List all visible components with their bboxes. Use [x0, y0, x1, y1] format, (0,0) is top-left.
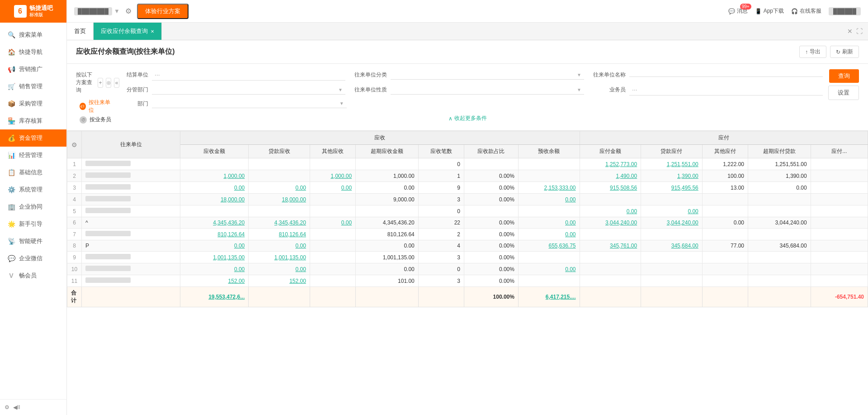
settlement-unit-input[interactable]: ···: [152, 69, 345, 81]
sidebar: 6 畅捷通吧 标准版 🔍 搜索菜单 🏠 快捷导航 📢 营销推广 🛒 销售管理 📦…: [0, 0, 67, 415]
partner-name-label: 往来单位名称: [590, 71, 626, 79]
sidebar-item-inventory[interactable]: 🏪 库存核算: [0, 112, 66, 129]
department-label: 部门: [112, 100, 148, 108]
sidebar-item-operations[interactable]: 📊 经营管理: [0, 147, 66, 164]
sidebar-item-enterprise[interactable]: 🏢 企业协同: [0, 198, 66, 215]
scheme-by-salesperson[interactable]: ⏱ 按业务员: [80, 116, 112, 124]
tab-ar-ap[interactable]: 应收应付余额查询 ✕: [94, 23, 162, 40]
tab-actions: ✕ ⛶: [842, 28, 868, 35]
table-row: 7810,126.64810,126.64810,126.6420.00%0.0…: [67, 229, 868, 240]
app-name: 畅捷通吧: [29, 5, 53, 12]
filter-row-3: 部门 ▼: [112, 99, 823, 108]
page-title: 应收应付余额查询(按往来单位): [76, 47, 175, 57]
sidebar-item-system[interactable]: ⚙️ 系统管理: [0, 181, 66, 198]
partner-cell: ^: [82, 217, 180, 229]
col-ar-loan: 贷款应收: [249, 145, 310, 158]
promo-button[interactable]: 体验行业方案: [137, 4, 189, 19]
system-icon: ⚙️: [7, 186, 15, 193]
footer-ar-amount[interactable]: 19,553,472,6...: [180, 287, 249, 307]
filter-add-button[interactable]: +: [98, 78, 103, 88]
basic-icon: 📋: [7, 169, 15, 176]
partner-cell: P: [82, 240, 180, 252]
col-ar-overdue: 超期应收金额: [356, 145, 419, 158]
close-window-icon[interactable]: ✕: [847, 28, 853, 35]
table-row: 30.000.000.000.0090.00%2,153,333.00915,5…: [67, 182, 868, 194]
setting-button[interactable]: 设置: [828, 86, 859, 100]
sidebar-item-member[interactable]: V 畅会员: [0, 267, 66, 284]
table-footer-row: 合计 19,553,472,6... 100.00% 6,417,215....…: [67, 287, 868, 307]
export-button[interactable]: ↑ 导出: [799, 46, 826, 58]
salesperson-input[interactable]: ···: [629, 84, 823, 95]
department-input[interactable]: ▼: [152, 99, 347, 108]
col-ap-amount: 应付金额: [580, 145, 641, 158]
user-menu[interactable]: ██████: [829, 8, 861, 14]
operations-icon: 📊: [7, 152, 15, 159]
partner-nature-input[interactable]: ▼: [391, 86, 584, 95]
gear-settings-icon[interactable]: ⚙: [125, 7, 132, 15]
partner-cell: [82, 158, 180, 170]
partner-cell: [82, 170, 180, 182]
footer-collapse-icon[interactable]: ◀II: [13, 404, 20, 410]
dropdown-icon: ▼: [577, 87, 581, 92]
sidebar-item-finance[interactable]: 💰 资金管理: [0, 129, 66, 147]
footer-ap-overdue: [748, 287, 811, 307]
guide-icon: 🌟: [7, 220, 15, 228]
dept-label: 分管部门: [112, 86, 148, 94]
filter-row-2: 分管部门 ▼ 往来单位性质 ▼ 业务员: [112, 84, 823, 95]
online-service-button[interactable]: 🎧 在线客服: [791, 7, 821, 15]
tab-close-icon[interactable]: ✕: [151, 29, 154, 34]
sidebar-menu: 🔍 搜索菜单 🏠 快捷导航 📢 营销推广 🛒 销售管理 📦 采购管理 🏪 库存核…: [0, 23, 66, 399]
filter-partner-nature: 往来单位性质 ▼: [351, 86, 584, 95]
download-icon: 📱: [755, 8, 762, 14]
company-selector[interactable]: ████████ ▼: [74, 7, 120, 15]
filter-target-button[interactable]: ◎: [106, 78, 111, 88]
table-row: 8P0.000.000.0040.00%655,636.75345,761.00…: [67, 240, 868, 252]
scheme-by-partner[interactable]: 🏷 按往来单位: [80, 99, 112, 114]
footer-settings-icon[interactable]: ⚙: [5, 404, 9, 410]
maximize-icon[interactable]: ⛶: [856, 28, 863, 35]
sidebar-item-quick-nav[interactable]: 🏠 快捷导航: [0, 43, 66, 61]
table-settings-col[interactable]: ⚙: [67, 131, 82, 158]
messages-button[interactable]: 💬 消息 99+: [728, 7, 748, 15]
settlement-unit-label: 结算单位: [112, 71, 148, 79]
filter-partner-category: 往来单位分类 ▼: [351, 71, 584, 80]
footer-ap-other: [702, 287, 748, 307]
sidebar-item-purchase[interactable]: 📦 采购管理: [0, 95, 66, 112]
sidebar-item-sales[interactable]: 🛒 销售管理: [0, 78, 66, 95]
filter-department: 部门 ▼: [112, 99, 347, 108]
sidebar-item-search[interactable]: 🔍 搜索菜单: [0, 26, 66, 43]
partner-cell: [82, 194, 180, 205]
partner-name-input[interactable]: [629, 73, 823, 77]
purchase-icon: 📦: [7, 100, 15, 107]
collapse-filter-button[interactable]: ∧ 收起更多条件: [112, 112, 823, 125]
app-download-button[interactable]: 📱 App下载: [755, 7, 784, 15]
sidebar-item-marketing[interactable]: 📢 营销推广: [0, 61, 66, 78]
sidebar-item-guide[interactable]: 🌟 新手引导: [0, 215, 66, 233]
table-row: 6^4,345,436.204,345,436.200.004,345,436.…: [67, 217, 868, 229]
sidebar-item-label: 基础信息: [19, 168, 42, 176]
tab-home-label: 首页: [74, 27, 86, 35]
footer-ar-advance[interactable]: 6,417,215....: [518, 287, 580, 307]
tab-bar: 首页 应收应付余额查询 ✕ ✕ ⛶: [67, 23, 868, 40]
user-avatar: ██████: [829, 7, 861, 15]
sidebar-item-label: 快捷导航: [19, 48, 42, 56]
col-ap-overdue: 超期应付贷款: [748, 145, 811, 158]
table-gear-icon[interactable]: ⚙: [71, 141, 77, 148]
footer-label-cell: 合计: [67, 287, 82, 307]
logo-icon: 6: [14, 5, 27, 18]
sidebar-item-label: 企业协同: [19, 203, 42, 211]
query-button[interactable]: 查询: [829, 69, 859, 83]
sidebar-item-hardware[interactable]: 📡 智能硬件: [0, 233, 66, 250]
dept-input[interactable]: ▼: [152, 86, 345, 95]
message-icon: 💬: [728, 8, 735, 14]
sidebar-item-wechat[interactable]: 💬 企业微信: [0, 250, 66, 267]
tab-home[interactable]: 首页: [67, 23, 94, 40]
sidebar-item-label: 新手引导: [19, 220, 42, 228]
col-ap-other: 其他应付: [702, 145, 748, 158]
partner-category-input[interactable]: ▼: [391, 71, 584, 80]
col-ar-advance: 预收余额: [518, 145, 580, 158]
sidebar-item-label: 智能硬件: [19, 237, 42, 245]
sidebar-item-basic[interactable]: 📋 基础信息: [0, 164, 66, 181]
scheme-partner-label: 按往来单位: [89, 99, 112, 114]
refresh-button[interactable]: ↻ 刷新: [830, 46, 859, 58]
